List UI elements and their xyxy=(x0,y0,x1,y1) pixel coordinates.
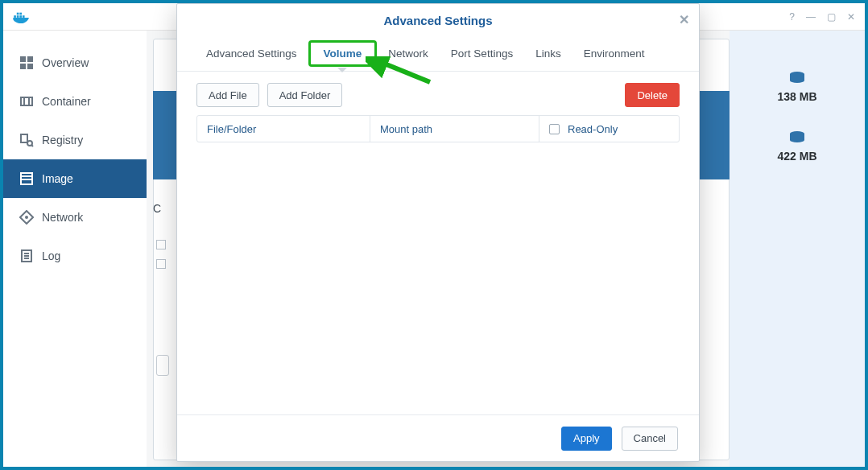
svg-rect-6 xyxy=(20,56,26,62)
apply-button[interactable]: Apply xyxy=(561,427,612,451)
network-icon xyxy=(19,210,34,225)
container-icon xyxy=(19,94,34,109)
right-panel: 138 MB 422 MB xyxy=(730,31,865,467)
dialog-footer: Apply Cancel xyxy=(177,414,699,461)
svg-rect-2 xyxy=(19,15,22,18)
svg-rect-5 xyxy=(23,15,25,18)
svg-line-15 xyxy=(31,145,33,146)
svg-rect-8 xyxy=(20,64,26,69)
sidebar-item-label: Log xyxy=(42,249,60,262)
registry-icon xyxy=(19,133,34,147)
dialog-title-text: Advanced Settings xyxy=(383,14,492,27)
svg-rect-9 xyxy=(27,64,33,69)
column-mount-path[interactable]: Mount path xyxy=(370,116,539,142)
svg-rect-3 xyxy=(17,12,19,14)
tab-volume[interactable]: Volume xyxy=(308,40,378,67)
dialog-body-spacer xyxy=(177,142,699,414)
column-file-folder[interactable]: File/Folder xyxy=(197,116,370,142)
docker-logo-icon xyxy=(13,10,31,23)
svg-rect-7 xyxy=(27,56,33,62)
size-entry: 422 MB xyxy=(777,130,816,163)
advanced-settings-dialog: Advanced Settings ✕ Advanced Settings Vo… xyxy=(176,3,700,462)
dialog-toolbar: Add File Add Folder Delete xyxy=(177,72,699,115)
sidebar-item-log[interactable]: Log xyxy=(3,237,147,275)
help-button[interactable]: ? xyxy=(789,11,795,23)
sidebar-item-container[interactable]: Container xyxy=(3,82,147,121)
svg-rect-1 xyxy=(17,15,19,18)
readonly-checkbox[interactable] xyxy=(549,124,560,134)
sidebar-item-label: Image xyxy=(42,172,73,185)
tab-advanced-settings[interactable]: Advanced Settings xyxy=(195,41,308,66)
dialog-tabs: Advanced Settings Volume Network Port Se… xyxy=(177,36,699,72)
sidebar-item-overview[interactable]: Overview xyxy=(3,43,147,82)
app-screen: ? — ▢ ✕ Overview Container Registry xyxy=(0,0,868,470)
add-file-button[interactable]: Add File xyxy=(196,83,259,107)
svg-rect-4 xyxy=(19,12,22,14)
size-entry: 138 MB xyxy=(777,71,816,103)
background-checkbox[interactable] xyxy=(156,240,166,249)
add-folder-button[interactable]: Add Folder xyxy=(267,83,343,107)
window-controls: ? — ▢ ✕ xyxy=(789,11,855,23)
delete-button[interactable]: Delete xyxy=(625,83,680,107)
tab-environment[interactable]: Environment xyxy=(572,41,656,66)
log-icon xyxy=(19,249,34,263)
volume-grid: File/Folder Mount path Read-Only xyxy=(196,115,680,142)
svg-rect-10 xyxy=(21,97,32,105)
maximize-button[interactable]: ▢ xyxy=(827,11,836,23)
sidebar-item-image[interactable]: Image xyxy=(3,159,147,198)
image-icon xyxy=(19,171,34,186)
column-readonly[interactable]: Read-Only xyxy=(539,116,679,142)
grid-header: File/Folder Mount path Read-Only xyxy=(197,116,679,142)
sidebar-item-label: Container xyxy=(42,95,91,108)
partial-text: C xyxy=(153,202,161,215)
svg-rect-0 xyxy=(14,15,16,18)
size-value: 138 MB xyxy=(777,90,816,103)
minimize-button[interactable]: — xyxy=(806,11,816,23)
background-button[interactable] xyxy=(156,355,169,376)
tab-port-settings[interactable]: Port Settings xyxy=(440,41,524,66)
sidebar-item-label: Registry xyxy=(42,134,83,146)
column-readonly-label: Read-Only xyxy=(568,123,618,135)
sidebar-item-network[interactable]: Network xyxy=(3,198,147,237)
sidebar: Overview Container Registry Image Networ… xyxy=(3,31,147,467)
svg-point-20 xyxy=(25,216,28,219)
sidebar-item-registry[interactable]: Registry xyxy=(3,121,147,159)
disk-icon xyxy=(788,130,806,143)
svg-rect-13 xyxy=(21,134,27,142)
disk-icon xyxy=(788,71,806,84)
sidebar-item-label: Network xyxy=(42,211,83,224)
cancel-button[interactable]: Cancel xyxy=(622,427,678,451)
sidebar-item-label: Overview xyxy=(42,56,89,69)
tab-network[interactable]: Network xyxy=(377,41,440,66)
close-button[interactable]: ✕ xyxy=(847,11,855,23)
dashboard-icon xyxy=(19,56,34,70)
tab-links[interactable]: Links xyxy=(524,41,572,66)
size-value: 422 MB xyxy=(777,150,816,163)
background-checkbox[interactable] xyxy=(156,259,166,269)
dialog-title: Advanced Settings ✕ xyxy=(177,4,699,36)
close-icon[interactable]: ✕ xyxy=(679,12,689,27)
